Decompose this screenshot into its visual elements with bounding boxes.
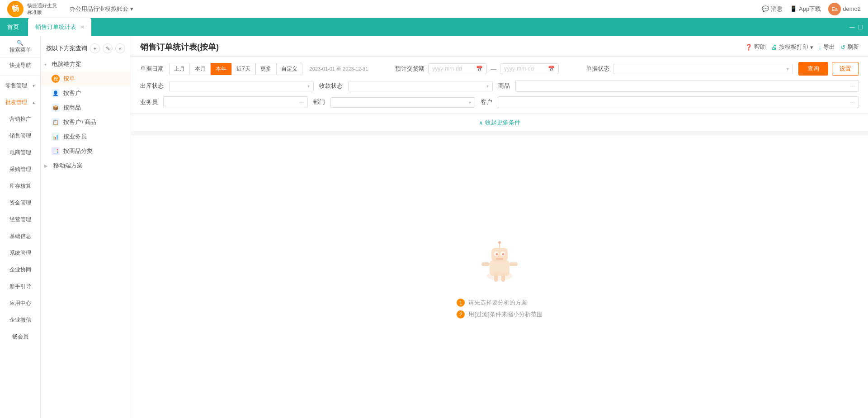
- filter-area: 单据日期 上月 本月 本年 近7天 更多 自定义 2023-01-01 至 20…: [131, 57, 868, 114]
- help-button[interactable]: ❓ 帮助: [745, 43, 766, 51]
- scheme-item-by-order[interactable]: 按 按单: [41, 71, 131, 86]
- empty-hints: 1 请先选择要分析的方案 2 用[过滤]条件来缩小分析范围: [457, 299, 542, 318]
- scheme-item-by-category[interactable]: 📑 按商品分类: [41, 144, 131, 158]
- empty-hint-1: 1 请先选择要分析的方案: [457, 299, 542, 307]
- date-separator: —: [491, 66, 496, 72]
- page-header-actions: ❓ 帮助 🖨 按模板打印 ▾ ↓ 导出 ↺ 刷新: [745, 43, 859, 51]
- sidebar-item-purchase[interactable]: 采购管理: [0, 161, 40, 178]
- sidebar-item-appstore[interactable]: 应用中心: [0, 295, 40, 312]
- tab-close-icon[interactable]: ×: [81, 24, 84, 30]
- sidebar-item-sales[interactable]: 销售管理: [0, 128, 40, 144]
- filter-row-2: 出库状态 ▾ 收款状态 ▾ 商品 ···: [140, 80, 859, 92]
- empty-state: 1 请先选择要分析的方案 2 用[过滤]条件来缩小分析范围: [131, 135, 868, 418]
- refresh-button[interactable]: ↺ 刷新: [840, 43, 859, 51]
- scheme-item-by-customer-goods[interactable]: 📋 按客户+商品: [41, 115, 131, 129]
- bill-status-chevron-icon: ▾: [787, 66, 789, 71]
- sidebar-item-system[interactable]: 系统管理: [0, 245, 40, 261]
- dept-chevron-icon: ▾: [469, 100, 471, 105]
- goods-more-icon: ···: [850, 83, 855, 89]
- predicted-date-from[interactable]: yyyy-mm-dd 📅: [428, 63, 487, 74]
- top-bar: 畅 畅捷通好生意 标准版 办公用品行业模拟账套 ▾ 💬 消息 📱 App下载 E…: [0, 0, 868, 18]
- sidebar-item-inventory[interactable]: 库存核算: [0, 178, 40, 195]
- template-print-button[interactable]: 🖨 按模板打印 ▾: [771, 43, 813, 51]
- svg-rect-4: [481, 262, 490, 266]
- export-button[interactable]: ↓ 导出: [819, 43, 835, 51]
- sidebar-item-wholesale[interactable]: 批发管理 ▴: [0, 94, 40, 111]
- app-download-button[interactable]: 📱 App下载: [790, 5, 821, 13]
- settings-button[interactable]: 设置: [832, 62, 859, 76]
- calendar-icon-from: 📅: [476, 66, 483, 72]
- tab-home[interactable]: 首页: [0, 18, 26, 36]
- predicted-date-to[interactable]: yyyy-mm-dd 📅: [500, 63, 559, 74]
- sidebar-item-retail[interactable]: 零售管理 ▾: [0, 77, 40, 94]
- empty-hint-2: 2 用[过滤]条件来缩小分析范围: [457, 310, 542, 318]
- tab-sales-order-stats[interactable]: 销售订单统计表 ×: [28, 18, 91, 36]
- top-bar-right: 💬 消息 📱 App下载 Ea demo2: [762, 3, 861, 15]
- sidebar-item-finance[interactable]: 资金管理: [0, 195, 40, 211]
- sidebar-item-ecommerce[interactable]: 电商管理: [0, 144, 40, 161]
- sidebar-item-wechat[interactable]: 企业微信: [0, 312, 40, 328]
- print-icon: 🖨: [771, 44, 777, 51]
- svg-point-10: [502, 253, 505, 255]
- scheme-item-by-salesperson[interactable]: 📊 按业务员: [41, 129, 131, 144]
- date-btn-custom[interactable]: 自定义: [276, 63, 302, 75]
- edit-scheme-button[interactable]: ✎: [103, 43, 113, 53]
- payment-status-select[interactable]: ▾: [348, 81, 493, 91]
- industry-selector[interactable]: 办公用品行业模拟账套 ▾: [70, 5, 133, 13]
- mobile-scheme-group[interactable]: ▶ 移动端方案: [41, 158, 131, 173]
- ship-status-select[interactable]: ▾: [169, 81, 314, 91]
- date-btn-last-month[interactable]: 上月: [169, 63, 190, 75]
- sidebar-divider-1: [0, 75, 40, 76]
- scheme-order-icon: 按: [52, 75, 60, 83]
- business-select[interactable]: ···: [163, 96, 308, 108]
- search-icon: 🔍: [17, 40, 24, 46]
- tab-maximize-icon[interactable]: □: [858, 23, 863, 31]
- svg-rect-5: [509, 262, 518, 266]
- sidebar-quick-nav[interactable]: 快捷导航: [0, 58, 40, 73]
- retail-chevron-icon: ▾: [33, 83, 35, 88]
- scheme-item-by-customer[interactable]: 👤 按客户: [41, 86, 131, 100]
- scheme-item-by-goods[interactable]: 📦 按商品: [41, 100, 131, 115]
- sidebar-item-vip[interactable]: 畅会员: [0, 328, 40, 345]
- customer-select[interactable]: ···: [498, 96, 859, 108]
- date-btn-7days[interactable]: 近7天: [231, 63, 255, 75]
- user-menu[interactable]: Ea demo2: [828, 3, 861, 15]
- pc-group-chevron-icon: ▾: [44, 62, 47, 67]
- pc-scheme-group: ▾ 电脑端方案: [41, 57, 131, 71]
- scheme-cust-goods-icon: 📋: [52, 118, 60, 126]
- business-more-icon: ···: [299, 99, 304, 105]
- goods-select[interactable]: ···: [515, 80, 859, 92]
- collapse-panel-button[interactable]: «: [115, 43, 125, 53]
- collapse-bar: ∧ 收起更多条件: [131, 114, 868, 132]
- edit-icon: ✎: [106, 46, 110, 52]
- help-icon: ❓: [745, 44, 752, 51]
- add-scheme-button[interactable]: +: [90, 43, 100, 53]
- bill-status-select[interactable]: ▾: [613, 64, 793, 74]
- collapse-conditions-button[interactable]: ∧ 收起更多条件: [479, 119, 520, 127]
- tab-minimize-icon[interactable]: ─: [849, 23, 854, 31]
- date-btn-more[interactable]: 更多: [255, 63, 276, 75]
- refresh-icon: ↺: [840, 44, 845, 51]
- message-button[interactable]: 💬 消息: [762, 5, 783, 13]
- industry-chevron-icon: ▾: [130, 5, 133, 12]
- left-panel-header: 按以下方案查询 + ✎ «: [41, 40, 131, 57]
- bill-status-label: 单据状态: [586, 65, 609, 73]
- main-layout: 🔍 搜索菜单 快捷导航 零售管理 ▾ 批发管理 ▴ 营销推广 销售管理 电商管理…: [0, 36, 868, 418]
- query-button[interactable]: 查询: [798, 62, 828, 76]
- sidebar-item-marketing[interactable]: 营销推广: [0, 111, 40, 128]
- wholesale-chevron-icon: ▴: [33, 100, 35, 105]
- dept-select[interactable]: ▾: [330, 97, 475, 108]
- page-title: 销售订单统计表(按单): [140, 42, 219, 52]
- sidebar-item-basic[interactable]: 基础信息: [0, 228, 40, 245]
- mobile-group-chevron-icon: ▶: [44, 163, 48, 168]
- customer-more-icon: ···: [850, 99, 855, 105]
- sidebar-item-newbie[interactable]: 新手引导: [0, 278, 40, 295]
- sidebar-item-enterprise[interactable]: 企业协同: [0, 261, 40, 278]
- sidebar-item-management[interactable]: 经营管理: [0, 211, 40, 228]
- date-btn-this-month[interactable]: 本月: [190, 63, 211, 75]
- sidebar-search[interactable]: 🔍 搜索菜单: [0, 36, 40, 58]
- date-btn-this-year[interactable]: 本年: [211, 63, 231, 75]
- svg-rect-13: [496, 258, 503, 260]
- filter-row-1: 单据日期 上月 本月 本年 近7天 更多 自定义 2023-01-01 至 20…: [140, 62, 859, 76]
- empty-robot-svg: [472, 235, 527, 290]
